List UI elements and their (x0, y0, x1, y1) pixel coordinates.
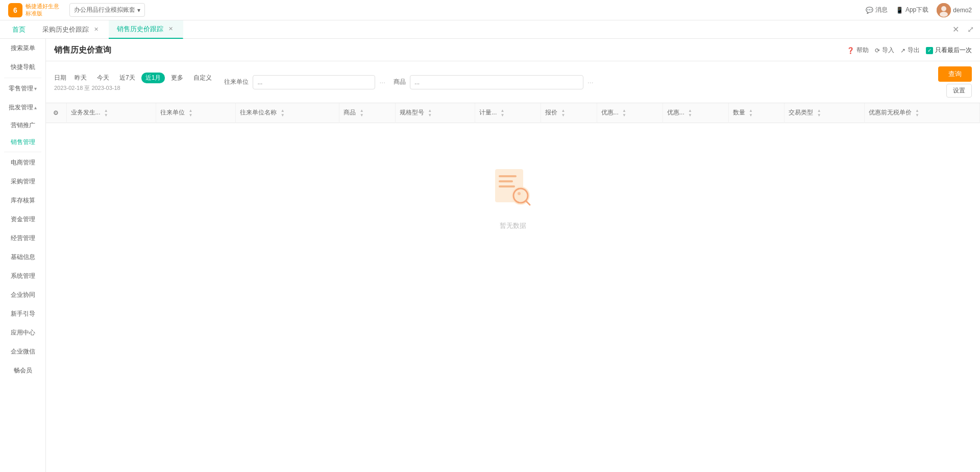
customer-lookup-icon[interactable]: ··· (379, 78, 385, 86)
maximize-icon[interactable]: ⤢ (965, 22, 976, 36)
chevron-down-icon: ▾ (137, 7, 140, 14)
sidebar-item-retail-mgmt[interactable]: 零售管理 ▾ (0, 79, 45, 98)
date-opt-last1m[interactable]: 近1月 (141, 73, 165, 83)
date-opt-more[interactable]: 更多 (167, 73, 187, 83)
svg-rect-4 (499, 175, 517, 177)
sidebar-item-system-mgmt[interactable]: 系统管理 (0, 267, 45, 286)
product-input[interactable] (410, 75, 583, 89)
logo-icon: 6 (8, 3, 22, 17)
sidebar-item-basic-info[interactable]: 基础信息 (0, 248, 45, 267)
retail-mgmt-label: 零售管理 (9, 84, 33, 93)
date-options: 昨天 今天 近7天 近1月 更多 自定义 (70, 73, 216, 83)
sidebar-item-ops-mgmt[interactable]: 经营管理 (0, 229, 45, 248)
sidebar-item-capital-mgmt[interactable]: 资金管理 (0, 210, 45, 229)
sidebar-item-search-menu[interactable]: 搜索菜单 (0, 39, 45, 58)
sidebar-item-wholesale-mgmt[interactable]: 批发管理 ▴ (0, 98, 45, 117)
app-download-action[interactable]: 📱 App下载 (896, 6, 928, 14)
th-unit-name[interactable]: 往来单位名称 ▲▼ (236, 103, 339, 123)
date-opt-custom[interactable]: 自定义 (189, 73, 216, 83)
purchase-history-label: 采购历史价跟踪 (42, 25, 89, 34)
th-quote[interactable]: 报价 ▲▼ (541, 103, 597, 123)
home-tab-label: 首页 (12, 25, 26, 34)
sidebar-item-marketing-promo[interactable]: 营销推广 (0, 117, 45, 134)
chevron-down-icon: ▾ (34, 86, 37, 91)
only-last-checkbox[interactable]: ✓ 只看最后一次 (926, 46, 972, 55)
th-unit[interactable]: 计量... ▲▼ (475, 103, 541, 123)
export-button[interactable]: ↗ 导出 (900, 46, 920, 55)
sidebar-item-quick-nav[interactable]: 快捷导航 (0, 58, 45, 77)
empty-state: 暂无数据 (46, 123, 980, 271)
header-left: 6 畅捷通好生意 标准版 办公用品行业模拟账套 ▾ (8, 3, 145, 17)
customer-filter-label: 往来单位 (224, 78, 249, 86)
date-opt-last7[interactable]: 近7天 (115, 73, 139, 83)
wholesale-mgmt-label: 批发管理 (9, 103, 33, 112)
sidebar-item-purchase-mgmt[interactable]: 采购管理 (0, 172, 45, 191)
th-spec[interactable]: 规格型号 ▲▼ (395, 103, 475, 123)
tab-purchase-history[interactable]: 采购历史价跟踪 ✕ (34, 20, 109, 39)
sidebar-item-new-guide[interactable]: 新手引导 (0, 304, 45, 323)
th-discount2[interactable]: 优惠... ▲▼ (663, 103, 728, 123)
tab-bar-actions: ✕ ⤢ (950, 22, 976, 36)
data-table: ⚙ 业务发生... ▲▼ 往来单位 ▲▼ 往来单位名称 ▲▼ 商品 ▲▼ (46, 103, 980, 123)
filter-bar: 日期 昨天 今天 近7天 近1月 更多 自定义 2023-02-18 至 202… (46, 61, 980, 103)
import-button[interactable]: ⟳ 导入 (875, 46, 894, 55)
quick-nav-label: 快捷导航 (11, 63, 35, 72)
empty-text: 暂无数据 (500, 221, 526, 230)
sidebar-item-app-center[interactable]: 应用中心 (0, 323, 45, 342)
th-product[interactable]: 商品 ▲▼ (339, 103, 396, 123)
th-trade-type[interactable]: 交易类型 ▲▼ (785, 103, 864, 123)
th-gear[interactable]: ⚙ (46, 103, 66, 123)
chevron-up-icon: ▴ (34, 105, 37, 110)
th-biz-date[interactable]: 业务发生... ▲▼ (66, 103, 156, 123)
page-title-row: 销售历史价查询 ❓ 帮助 ⟳ 导入 ↗ 导出 ✓ (54, 45, 972, 56)
sidebar-item-sales-mgmt[interactable]: 销售管理 (0, 134, 45, 151)
logo-area: 6 畅捷通好生意 标准版 (8, 3, 59, 17)
main-layout: 搜索菜单 快捷导航 零售管理 ▾ 批发管理 ▴ 营销推广 销售管理 电商管理 采… (0, 39, 980, 472)
avatar (937, 3, 951, 17)
settings-button[interactable]: 设置 (946, 84, 972, 98)
date-opt-yesterday[interactable]: 昨天 (70, 73, 91, 83)
th-pre-tax-price[interactable]: 优惠前无税单价 ▲▼ (864, 103, 979, 123)
close-window-icon[interactable]: ✕ (950, 22, 961, 36)
purchase-history-close-icon[interactable]: ✕ (92, 26, 100, 34)
page-title: 销售历史价查询 (54, 45, 111, 56)
th-qty[interactable]: 数量 ▲▼ (728, 103, 785, 123)
phone-icon: 📱 (896, 7, 903, 14)
product-filter-label: 商品 (394, 78, 406, 86)
product-filter-group: 商品 ··· (394, 75, 594, 89)
customer-filter-group: 往来单位 ··· (224, 75, 385, 89)
date-opt-today[interactable]: 今天 (93, 73, 113, 83)
customer-input[interactable] (253, 75, 375, 89)
search-menu-label: 搜索菜单 (11, 44, 35, 53)
tab-home[interactable]: 首页 (4, 20, 34, 39)
help-button[interactable]: ❓ 帮助 (847, 46, 869, 55)
message-action[interactable]: 💬 消息 (866, 6, 888, 14)
empty-icon (487, 164, 538, 215)
logo-text: 畅捷通好生意 标准版 (26, 3, 59, 16)
th-discount1[interactable]: 优惠... ▲▼ (597, 103, 663, 123)
workspace-selector[interactable]: 办公用品行业模拟账套 ▾ (69, 3, 145, 17)
date-filter-label: 日期 (54, 74, 66, 82)
tab-sales-history[interactable]: 销售历史价跟踪 ✕ (109, 20, 183, 39)
table-header-row: ⚙ 业务发生... ▲▼ 往来单位 ▲▼ 往来单位名称 ▲▼ 商品 ▲▼ (46, 103, 980, 123)
th-unit-code[interactable]: 往来单位 ▲▼ (156, 103, 236, 123)
export-icon: ↗ (900, 47, 905, 54)
product-lookup-icon[interactable]: ··· (587, 78, 594, 86)
sidebar-item-ecommerce-mgmt[interactable]: 电商管理 (0, 153, 45, 172)
table-container: ⚙ 业务发生... ▲▼ 往来单位 ▲▼ 往来单位名称 ▲▼ 商品 ▲▼ (46, 103, 980, 472)
date-options-row: 日期 昨天 今天 近7天 近1月 更多 自定义 (54, 73, 216, 83)
svg-point-1 (941, 6, 946, 11)
help-icon: ❓ (847, 47, 854, 54)
date-filter-group: 日期 昨天 今天 近7天 近1月 更多 自定义 2023-02-18 至 202… (54, 73, 216, 92)
sales-history-close-icon[interactable]: ✕ (166, 25, 175, 33)
sidebar-item-enterprise-collab[interactable]: 企业协同 (0, 286, 45, 304)
sidebar-item-inventory[interactable]: 库存核算 (0, 191, 45, 210)
user-action[interactable]: demo2 (937, 3, 972, 17)
sidebar-item-enterprise-wechat[interactable]: 企业微信 (0, 342, 45, 361)
sales-history-label: 销售历史价跟踪 (117, 25, 163, 34)
query-button[interactable]: 查询 (938, 66, 972, 82)
sidebar-item-member[interactable]: 畅会员 (0, 361, 45, 380)
tab-bar: 首页 采购历史价跟踪 ✕ 销售历史价跟踪 ✕ ✕ ⤢ (0, 20, 980, 39)
filter-right: 查询 设置 (938, 66, 972, 98)
content-area: 销售历史价查询 ❓ 帮助 ⟳ 导入 ↗ 导出 ✓ (46, 39, 980, 472)
